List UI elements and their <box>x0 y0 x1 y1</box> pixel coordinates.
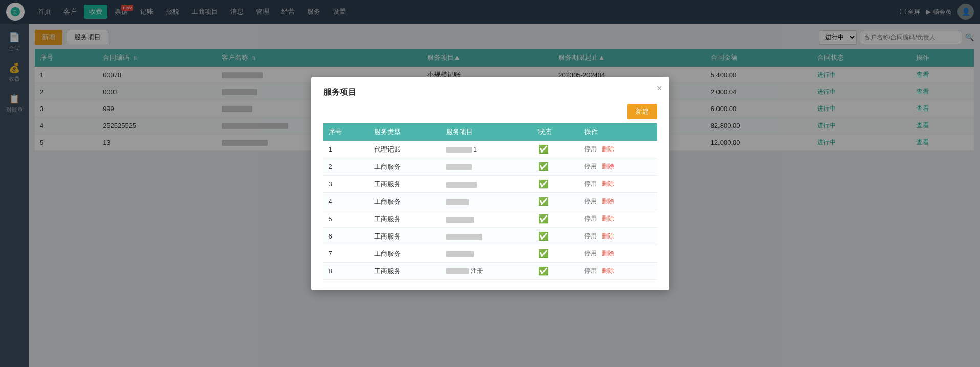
modal-col-type: 服务类型 <box>369 123 441 141</box>
modal-cell-action[interactable]: 停用 删除 <box>579 141 657 158</box>
delete-button[interactable]: 删除 <box>602 215 614 222</box>
modal-new-button[interactable]: 新建 <box>627 104 657 119</box>
modal-cell-status: ✅ <box>533 141 579 158</box>
modal-cell-seq: 3 <box>323 176 369 193</box>
modal-cell-action[interactable]: 停用 删除 <box>579 158 657 176</box>
modal-cell-status: ✅ <box>533 245 579 263</box>
modal-cell-type: 工商服务 <box>369 228 441 245</box>
modal-cell-item <box>441 158 533 176</box>
modal-table-row: 3 工商服务 ✅ 停用 删除 <box>323 176 657 193</box>
modal-cell-item <box>441 176 533 193</box>
modal-title: 服务项目 <box>323 87 657 98</box>
stop-button[interactable]: 停用 <box>584 145 597 153</box>
modal-table-row: 6 工商服务 ✅ 停用 删除 <box>323 228 657 245</box>
modal-cell-action[interactable]: 停用 删除 <box>579 245 657 263</box>
modal-table-row: 2 工商服务 ✅ 停用 删除 <box>323 158 657 176</box>
delete-button[interactable]: 删除 <box>602 232 614 240</box>
modal-cell-seq: 7 <box>323 245 369 263</box>
delete-button[interactable]: 删除 <box>602 267 614 274</box>
modal-cell-status: ✅ <box>533 193 579 210</box>
stop-button[interactable]: 停用 <box>584 232 597 240</box>
stop-button[interactable]: 停用 <box>584 250 597 257</box>
modal-cell-seq: 4 <box>323 193 369 210</box>
modal-cell-seq: 5 <box>323 210 369 228</box>
modal-cell-seq: 2 <box>323 158 369 176</box>
modal-cell-status: ✅ <box>533 176 579 193</box>
modal-cell-item <box>441 228 533 245</box>
modal-cell-type: 工商服务 <box>369 245 441 263</box>
modal-col-action: 操作 <box>579 123 657 141</box>
modal-cell-item <box>441 193 533 210</box>
service-items-modal: × 服务项目 新建 序号 服务类型 服务项目 状态 操作 <box>311 77 669 290</box>
modal-header-row: 序号 服务类型 服务项目 状态 操作 <box>323 123 657 141</box>
modal-cell-type: 工商服务 <box>369 158 441 176</box>
modal-cell-status: ✅ <box>533 158 579 176</box>
modal-cell-seq: 6 <box>323 228 369 245</box>
modal-cell-action[interactable]: 停用 删除 <box>579 263 657 280</box>
stop-button[interactable]: 停用 <box>584 163 597 170</box>
modal-cell-type: 工商服务 <box>369 263 441 280</box>
modal-cell-type: 代理记账 <box>369 141 441 158</box>
modal-table-wrap: 序号 服务类型 服务项目 状态 操作 1 代理记账 1 ✅ 停用 删除 2 <box>323 123 657 280</box>
stop-button[interactable]: 停用 <box>584 198 597 205</box>
modal-cell-item: 1 <box>441 141 533 158</box>
modal-cell-status: ✅ <box>533 263 579 280</box>
modal-cell-item <box>441 245 533 263</box>
modal-table-row: 5 工商服务 ✅ 停用 删除 <box>323 210 657 228</box>
modal-close-button[interactable]: × <box>657 83 662 94</box>
delete-button[interactable]: 删除 <box>602 145 614 153</box>
modal-col-status: 状态 <box>533 123 579 141</box>
modal-table-row: 7 工商服务 ✅ 停用 删除 <box>323 245 657 263</box>
delete-button[interactable]: 删除 <box>602 198 614 205</box>
modal-cell-seq: 8 <box>323 263 369 280</box>
modal-cell-type: 工商服务 <box>369 210 441 228</box>
modal-cell-type: 工商服务 <box>369 176 441 193</box>
modal-toolbar: 新建 <box>323 104 657 119</box>
modal-cell-item: 注册 <box>441 263 533 280</box>
modal-cell-action[interactable]: 停用 删除 <box>579 228 657 245</box>
modal-overlay[interactable]: × 服务项目 新建 序号 服务类型 服务项目 状态 操作 <box>29 24 980 367</box>
stop-button[interactable]: 停用 <box>584 180 597 187</box>
modal-cell-action[interactable]: 停用 删除 <box>579 176 657 193</box>
modal-table-row: 1 代理记账 1 ✅ 停用 删除 <box>323 141 657 158</box>
modal-table-row: 4 工商服务 ✅ 停用 删除 <box>323 193 657 210</box>
modal-table-row: 8 工商服务 注册 ✅ 停用 删除 <box>323 263 657 280</box>
main-layout: 📄 合同 💰 收费 📋 对账单 新增 服务项目 进行中 已完成 已终止 🔍 <box>0 24 980 367</box>
modal-cell-seq: 1 <box>323 141 369 158</box>
modal-col-seq: 序号 <box>323 123 369 141</box>
delete-button[interactable]: 删除 <box>602 250 614 257</box>
delete-button[interactable]: 删除 <box>602 180 614 187</box>
modal-cell-type: 工商服务 <box>369 193 441 210</box>
stop-button[interactable]: 停用 <box>584 215 597 222</box>
modal-cell-status: ✅ <box>533 210 579 228</box>
modal-cell-action[interactable]: 停用 删除 <box>579 193 657 210</box>
service-items-table: 序号 服务类型 服务项目 状态 操作 1 代理记账 1 ✅ 停用 删除 2 <box>323 123 657 280</box>
main-content: 新增 服务项目 进行中 已完成 已终止 🔍 序号 合同编码 ⇅ 客户名称 ⇅ 服… <box>29 24 980 367</box>
modal-col-item: 服务项目 <box>441 123 533 141</box>
modal-cell-action[interactable]: 停用 删除 <box>579 210 657 228</box>
delete-button[interactable]: 删除 <box>602 163 614 170</box>
modal-cell-item <box>441 210 533 228</box>
stop-button[interactable]: 停用 <box>584 267 597 274</box>
modal-cell-status: ✅ <box>533 228 579 245</box>
